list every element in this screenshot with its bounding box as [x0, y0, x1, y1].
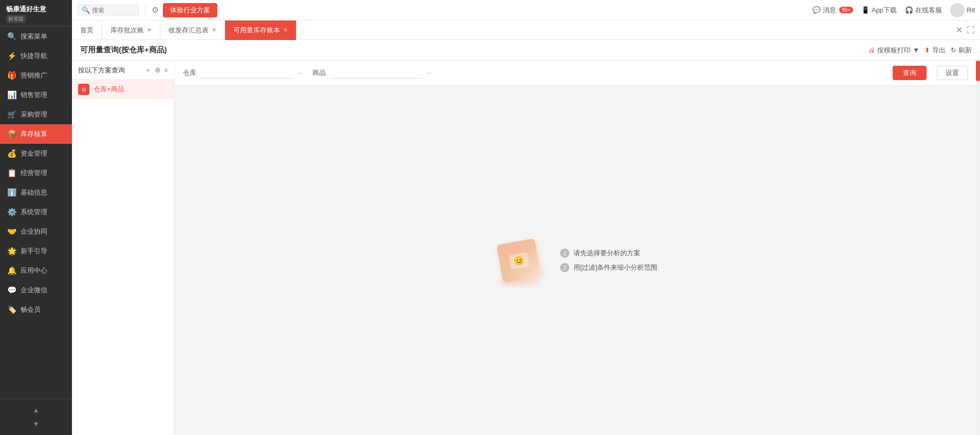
gear-icon[interactable]: ⚙	[152, 5, 159, 15]
export-icon: ⬆	[924, 46, 930, 54]
print-btn[interactable]: 🖨 按模板打印 ▼	[868, 46, 919, 55]
page-title: 可用量查询(按仓库+商品)	[80, 45, 167, 55]
query-btn[interactable]: 查询	[893, 66, 927, 80]
message-badge: 99+	[839, 7, 853, 13]
tab-available-label: 可用量库存账本	[233, 26, 280, 35]
warehouse-more-btn[interactable]: ···	[297, 69, 302, 77]
refresh-label: 刷新	[958, 46, 972, 55]
basic-icon: ℹ️	[7, 188, 16, 197]
filter-item-icon: ⊙	[78, 84, 89, 95]
sidebar-label-sales: 销售管理	[21, 90, 47, 100]
tab-batch[interactable]: 库存批次账 ✕	[102, 21, 160, 40]
filter-settings-icon[interactable]: ⊕	[155, 66, 161, 75]
collapse-icon[interactable]: «	[164, 66, 168, 75]
scroll-up-btn[interactable]: ▲	[0, 403, 72, 417]
goods-filter-group: 商品 ···	[312, 67, 432, 79]
sidebar-item-member[interactable]: 🏷️ 畅会员	[0, 300, 72, 319]
empty-hint-2: 2 用[过滤]条件来缩小分析范围	[560, 263, 657, 272]
tab-available-close[interactable]: ✕	[283, 27, 288, 33]
system-icon: ⚙️	[7, 207, 16, 217]
user-name: Rit	[967, 6, 975, 14]
tab-summary-close[interactable]: ✕	[212, 27, 216, 33]
sidebar-item-corp[interactable]: 🤝 企业协同	[0, 222, 72, 241]
sidebar-nav: 🔍 搜索菜单 ⚡ 快捷导航 🎁 营销推广 📊 销售管理 🛒 采购管理 📦 库存核…	[0, 27, 72, 399]
tab-home[interactable]: 首页	[72, 21, 102, 40]
sidebar-item-purchase[interactable]: 🛒 采购管理	[0, 105, 72, 124]
goods-filter-input[interactable]	[330, 67, 422, 79]
marketing-icon: 🎁	[7, 71, 16, 80]
sidebar-label-newbie: 新手引导	[21, 247, 47, 256]
goods-filter-label: 商品	[312, 68, 326, 78]
print-dropdown-icon[interactable]: ▼	[913, 46, 919, 54]
refresh-icon: ↻	[951, 46, 956, 54]
member-icon: 🏷️	[7, 305, 16, 314]
export-btn[interactable]: ⬆ 导出	[924, 46, 946, 55]
hint-text-2: 用[过滤]条件来缩小分析范围	[574, 263, 657, 272]
sidebar-item-shortcut[interactable]: ⚡ 快捷导航	[0, 46, 72, 66]
sidebar-label-purchase: 采购管理	[21, 110, 47, 119]
sidebar-item-wechat[interactable]: 💬 企业微信	[0, 280, 72, 300]
app-download-btn[interactable]: 📱 App下载	[861, 6, 897, 15]
sidebar-label-finance: 资金管理	[21, 149, 47, 158]
warehouse-filter-label: 仓库	[183, 68, 196, 78]
sidebar-item-marketing[interactable]: 🎁 营销推广	[0, 66, 72, 85]
sidebar-item-system[interactable]: ⚙️ 系统管理	[0, 202, 72, 222]
refresh-btn[interactable]: ↻ 刷新	[951, 46, 972, 55]
tab-summary[interactable]: 收发存汇总表 ✕	[160, 21, 225, 40]
filter-panel: 按以下方案查询 ＋ ⊕ « ⊙ 仓库+商品	[72, 61, 175, 435]
brand-name: 畅康通好生意	[6, 5, 66, 14]
message-label: 消息	[823, 6, 836, 15]
purchase-icon: 🛒	[7, 110, 16, 119]
filter-item-warehouse-goods[interactable]: ⊙ 仓库+商品	[72, 80, 174, 99]
topbar-search-box[interactable]: 🔍	[77, 5, 139, 15]
sidebar-item-operation[interactable]: 📋 经营管理	[0, 163, 72, 183]
content-area: 按以下方案查询 ＋ ⊕ « ⊙ 仓库+商品 仓库	[72, 61, 980, 435]
empty-illustration: 😐	[493, 235, 545, 286]
sidebar-label-wechat: 企业微信	[21, 286, 47, 295]
sidebar-item-inventory[interactable]: 📦 库存核算	[0, 124, 72, 144]
user-menu[interactable]: Rit	[950, 3, 975, 17]
settings-btn[interactable]: 设置	[937, 66, 968, 80]
page-actions: 🖨 按模板打印 ▼ ⬆ 导出 ↻ 刷新	[868, 46, 972, 55]
service-label: 在线客服	[915, 6, 942, 15]
tab-close-btn[interactable]: ✕	[956, 25, 963, 35]
tabs-right-actions: ✕ ⛶	[951, 25, 980, 35]
sidebar-label-corp: 企业协同	[21, 227, 47, 236]
sidebar-header: 畅康通好生意 标准版	[0, 0, 72, 27]
sidebar-label-operation: 经营管理	[21, 168, 47, 178]
add-filter-icon[interactable]: ＋	[144, 66, 152, 75]
filter-actions: ＋ ⊕ «	[144, 66, 168, 75]
inventory-icon: 📦	[7, 129, 16, 139]
scrollbar-thumb[interactable]	[976, 61, 980, 81]
right-scrollbar[interactable]	[976, 61, 980, 435]
warehouse-filter-input[interactable]	[200, 67, 293, 79]
avatar	[950, 3, 965, 17]
tab-fullscreen-btn[interactable]: ⛶	[967, 26, 975, 35]
search-input[interactable]	[92, 7, 133, 14]
sidebar-item-newbie[interactable]: 🌟 新手引导	[0, 241, 72, 261]
sidebar-item-sales[interactable]: 📊 销售管理	[0, 85, 72, 105]
export-label: 导出	[932, 46, 946, 55]
sidebar-label-search: 搜索菜单	[21, 32, 47, 41]
service-btn[interactable]: 🎧 在线客服	[905, 6, 942, 15]
finance-icon: 💰	[7, 149, 16, 158]
topbar-divider	[145, 5, 145, 15]
tab-available[interactable]: 可用量库存账本 ✕	[225, 21, 297, 40]
sidebar-item-appcenter[interactable]: 🔔 应用中心	[0, 261, 72, 280]
scroll-down-btn[interactable]: ▼	[0, 417, 72, 431]
corp-icon: 🤝	[7, 227, 16, 236]
sidebar-bottom: ▲ ▼	[0, 399, 72, 435]
sidebar-item-search[interactable]: 🔍 搜索菜单	[0, 27, 72, 46]
sidebar-label-basic: 基础信息	[21, 188, 47, 197]
tab-summary-label: 收发存汇总表	[169, 26, 209, 35]
goods-more-btn[interactable]: ···	[427, 69, 432, 77]
trial-btn[interactable]: 体验行业方案	[163, 3, 217, 17]
message-btn[interactable]: 💬 消息 99+	[812, 6, 853, 15]
tab-batch-label: 库存批次账	[110, 26, 144, 35]
print-icon: 🖨	[868, 46, 875, 54]
main-content: 🔍 ⚙ 体验行业方案 💬 消息 99+ 📱 App下载 🎧 在线客服	[72, 0, 980, 435]
tabs-bar: 首页 库存批次账 ✕ 收发存汇总表 ✕ 可用量库存账本 ✕ ✕ ⛶	[72, 21, 980, 40]
sidebar-item-basic[interactable]: ℹ️ 基础信息	[0, 183, 72, 202]
sidebar-item-finance[interactable]: 💰 资金管理	[0, 144, 72, 163]
tab-batch-close[interactable]: ✕	[147, 27, 152, 33]
